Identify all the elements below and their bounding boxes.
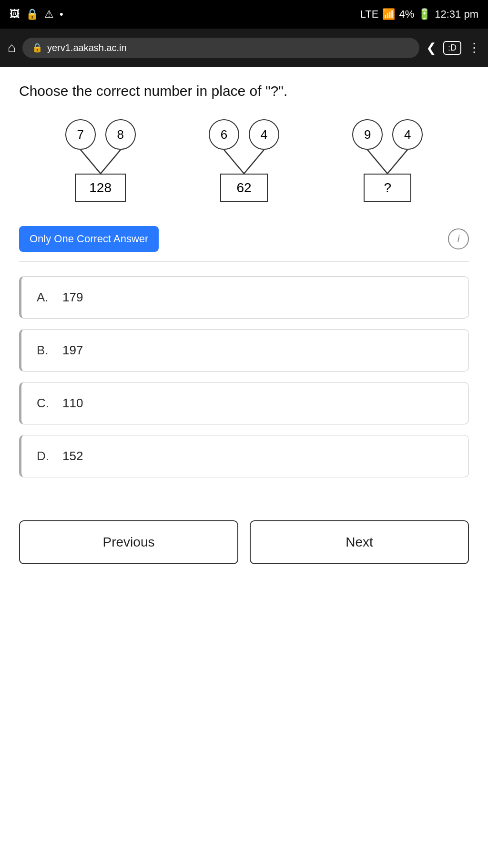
url-bar[interactable]: 🔒 yerv1.aakash.ac.in — [22, 38, 419, 58]
circle-7: 7 — [65, 119, 96, 150]
result-question: ? — [364, 174, 411, 202]
image-icon: 🖼 — [10, 8, 20, 21]
svg-line-4 — [367, 150, 387, 174]
svg-line-1 — [101, 150, 121, 174]
bottom-nav: Previous Next — [0, 506, 488, 583]
options-list: A. 179 B. 197 C. 110 D. 152 — [19, 276, 469, 477]
circles-row-2: 6 4 — [209, 119, 279, 150]
svg-line-2 — [224, 150, 244, 174]
status-right: LTE 📶 4% 🔋 12:31 pm — [360, 8, 478, 21]
browser-bar: ⌂ 🔒 yerv1.aakash.ac.in ❮ :D ⋮ — [0, 29, 488, 67]
signal-label: LTE — [360, 8, 379, 21]
circle-6: 6 — [209, 119, 239, 150]
previous-button[interactable]: Previous — [19, 520, 238, 564]
svg-line-5 — [387, 150, 407, 174]
connector-3 — [352, 150, 423, 174]
option-d-label: D. — [37, 449, 51, 464]
d-button[interactable]: :D — [443, 41, 461, 55]
question-text: Choose the correct number in place of "?… — [19, 81, 469, 101]
warning-icon: ⚠ — [44, 8, 54, 21]
circle-8: 8 — [105, 119, 136, 150]
main-content: Choose the correct number in place of "?… — [0, 67, 488, 492]
tree-group-2: 6 4 62 — [209, 119, 279, 202]
svg-line-0 — [81, 150, 101, 174]
lock-icon: 🔒 — [32, 42, 42, 53]
result-128: 128 — [75, 174, 126, 202]
share-icon[interactable]: ❮ — [426, 41, 437, 55]
option-a-value: 179 — [62, 290, 83, 305]
circle-4a: 4 — [249, 119, 279, 150]
tree-group-3: 9 4 ? — [352, 119, 423, 202]
lock-status-icon: 🔒 — [26, 8, 39, 21]
result-62: 62 — [220, 174, 268, 202]
option-b-value: 197 — [62, 343, 83, 358]
time-label: 12:31 pm — [435, 8, 478, 21]
divider — [19, 261, 469, 262]
dot-icon: • — [60, 8, 63, 21]
option-b-label: B. — [37, 343, 51, 358]
circles-row-1: 7 8 — [65, 119, 136, 150]
option-c-value: 110 — [62, 396, 83, 411]
battery-icon: 🔋 — [418, 8, 431, 21]
more-icon[interactable]: ⋮ — [468, 41, 480, 55]
circle-9: 9 — [352, 119, 383, 150]
tree-group-1: 7 8 128 — [65, 119, 136, 202]
answer-type-row: Only One Correct Answer i — [19, 226, 469, 252]
next-button[interactable]: Next — [250, 520, 469, 564]
connector-2 — [209, 150, 279, 174]
info-icon[interactable]: i — [448, 228, 469, 249]
circles-row-3: 9 4 — [352, 119, 423, 150]
browser-actions: ❮ :D ⋮ — [426, 41, 480, 55]
signal-bars-icon: 📶 — [382, 8, 395, 21]
option-a[interactable]: A. 179 — [19, 276, 469, 319]
circle-4b: 4 — [392, 119, 423, 150]
battery-label: 4% — [399, 8, 414, 21]
diagram: 7 8 128 6 — [19, 114, 469, 207]
status-bar: 🖼 🔒 ⚠ • LTE 📶 4% 🔋 12:31 pm — [0, 0, 488, 29]
option-c-label: C. — [37, 396, 51, 411]
option-c[interactable]: C. 110 — [19, 382, 469, 424]
option-b[interactable]: B. 197 — [19, 329, 469, 372]
url-text: yerv1.aakash.ac.in — [47, 42, 127, 53]
svg-line-3 — [244, 150, 264, 174]
home-button[interactable]: ⌂ — [8, 40, 16, 55]
status-icons: 🖼 🔒 ⚠ • — [10, 8, 63, 21]
option-a-label: A. — [37, 290, 51, 305]
connector-1 — [65, 150, 136, 174]
option-d-value: 152 — [62, 449, 83, 464]
answer-type-badge: Only One Correct Answer — [19, 226, 159, 252]
option-d[interactable]: D. 152 — [19, 435, 469, 477]
